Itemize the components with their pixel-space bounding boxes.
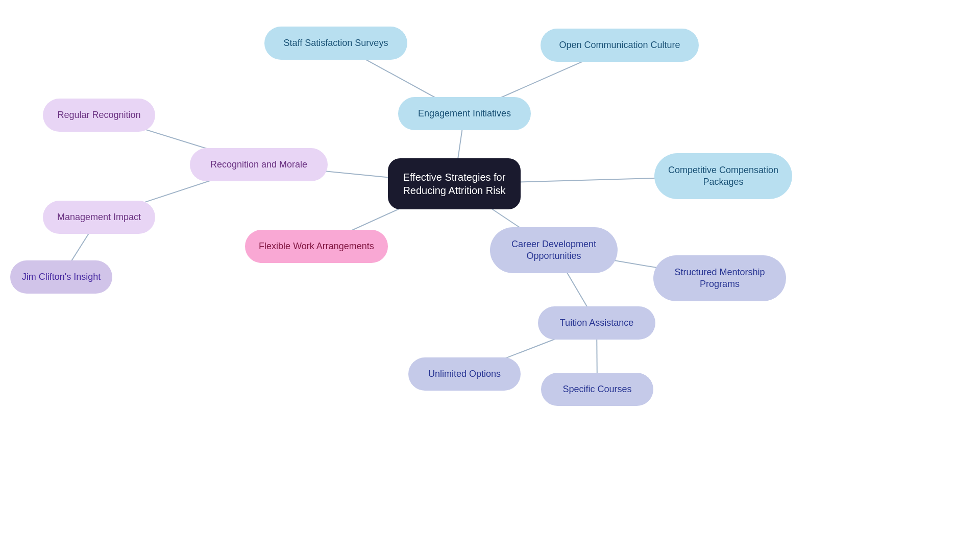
mind-map-node-center: Effective Strategies for Reducing Attrit… xyxy=(388,158,521,209)
mind-map-node-recognition_morale: Recognition and Morale xyxy=(190,148,328,181)
mind-map-node-career_dev: Career Development Opportunities xyxy=(490,227,618,273)
mind-map-connections xyxy=(0,0,980,553)
mind-map-node-open_comm: Open Communication Culture xyxy=(541,29,699,62)
mind-map-node-regular_recognition: Regular Recognition xyxy=(43,99,155,132)
mind-map-node-jim_clifton: Jim Clifton's Insight xyxy=(10,260,112,294)
mind-map-node-staff_satisfaction: Staff Satisfaction Surveys xyxy=(264,27,407,60)
mind-map-node-competitive_comp: Competitive Compensation Packages xyxy=(654,153,792,199)
mind-map-node-flexible_work: Flexible Work Arrangements xyxy=(245,230,388,263)
mind-map-node-management_impact: Management Impact xyxy=(43,201,155,234)
mind-map-node-specific_courses: Specific Courses xyxy=(541,373,653,406)
mind-map-node-unlimited_options: Unlimited Options xyxy=(408,357,521,391)
mind-map-node-structured_mentorship: Structured Mentorship Programs xyxy=(653,255,786,301)
mind-map-node-engagement: Engagement Initiatives xyxy=(398,97,531,130)
mind-map-node-tuition_assistance: Tuition Assistance xyxy=(538,306,655,340)
